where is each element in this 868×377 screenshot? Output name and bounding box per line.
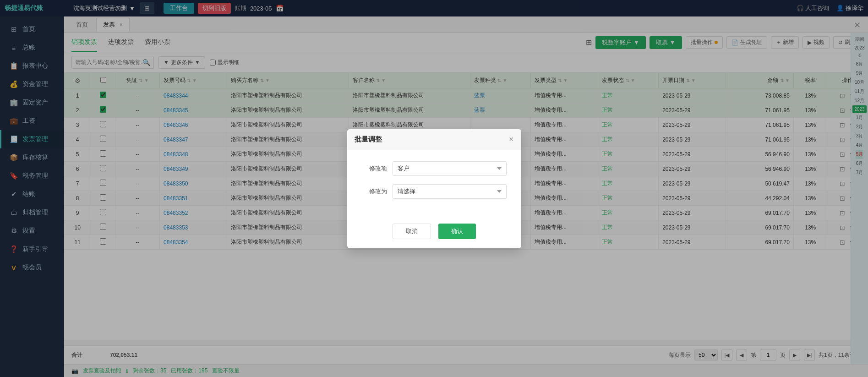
- modal-value-row: 修改为 请选择: [362, 184, 507, 199]
- modal-close-button[interactable]: ×: [509, 135, 514, 144]
- modal-value-select[interactable]: 请选择: [393, 184, 507, 199]
- modal-confirm-button[interactable]: 确认: [438, 224, 476, 239]
- modal-header: 批量调整 ×: [347, 129, 521, 150]
- modal-field-select[interactable]: 客户 购买方名称 开票日期 发票类型 税率: [393, 161, 507, 176]
- modal-title: 批量调整: [355, 135, 382, 144]
- modal-footer: 取消 确认: [347, 218, 521, 248]
- modal-value-label: 修改为: [362, 187, 387, 196]
- modal-body: 修改项 客户 购买方名称 开票日期 发票类型 税率 修改为 请选择: [347, 150, 521, 218]
- modal-field-row: 修改项 客户 购买方名称 开票日期 发票类型 税率: [362, 161, 507, 176]
- modal-overlay[interactable]: 批量调整 × 修改项 客户 购买方名称 开票日期 发票类型 税率 修改为 请选择: [0, 0, 868, 377]
- batch-adjust-modal: 批量调整 × 修改项 客户 购买方名称 开票日期 发票类型 税率 修改为 请选择: [347, 129, 521, 248]
- modal-cancel-button[interactable]: 取消: [393, 224, 431, 239]
- modal-field-label: 修改项: [362, 164, 387, 173]
